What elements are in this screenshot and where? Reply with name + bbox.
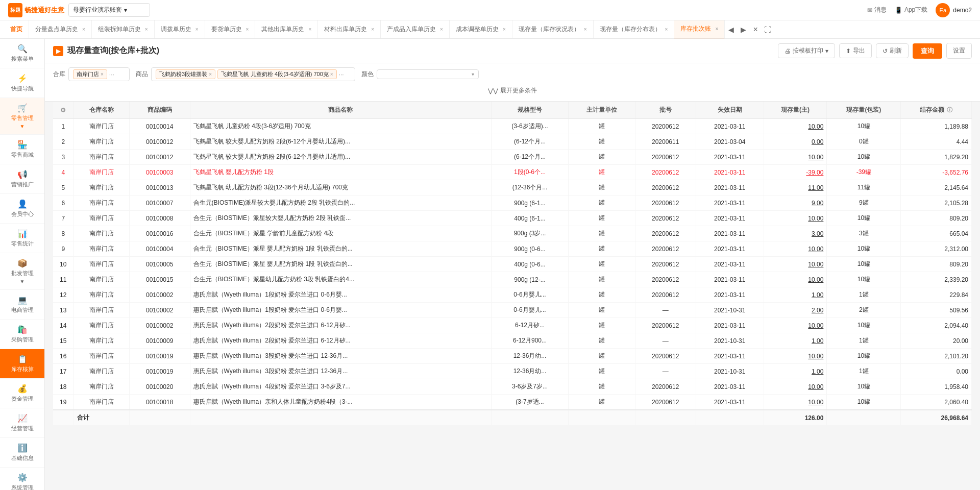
tab-close-icon[interactable]: × — [440, 27, 443, 32]
sidebar-item-inventory[interactable]: 📋 库存核算 — [0, 349, 44, 379]
amount-info-icon[interactable]: ⓘ — [947, 107, 952, 113]
finance-icon: 💰 — [17, 384, 28, 394]
expand-btn[interactable]: ⋁⋁ 展开更多条件 — [488, 86, 537, 95]
avatar[interactable]: Ea — [936, 3, 950, 17]
refresh-btn[interactable]: ↺ 刷新 — [876, 43, 909, 58]
export-btn[interactable]: ⬆ 导出 — [839, 43, 872, 58]
tab-close-icon[interactable]: × — [82, 27, 85, 32]
row-qty[interactable]: 10.00 — [764, 241, 827, 257]
color-dropdown-icon[interactable]: ▾ — [472, 71, 474, 77]
warehouse-selector[interactable]: 母婴行业演示账套 ▾ — [68, 3, 150, 17]
row-qty[interactable]: 1.00 — [764, 287, 827, 303]
warehouse-tag-group[interactable]: 南岸门店 × ··· — [68, 67, 130, 81]
sidebar-item-basic[interactable]: ℹ️ 基础信息 — [0, 438, 44, 468]
row-qty[interactable]: 10.00 — [764, 150, 827, 165]
top-bar: 标题 畅捷通好生意 母婴行业演示账套 ▾ ✉ 消息 📱 App下载 Ea dem… — [0, 0, 980, 20]
row-expire: 2021-03-11 — [696, 241, 764, 257]
remove-warehouse-tag[interactable]: × — [101, 71, 104, 77]
app-download-btn[interactable]: 📱 App下载 — [895, 6, 927, 14]
color-filter-input[interactable]: ▾ — [377, 69, 479, 79]
row-qty[interactable]: 1.00 — [764, 364, 827, 379]
tab-chanpin[interactable]: 产成品入库单历史 × — [381, 20, 450, 39]
tab-yaohuo[interactable]: 要货单历史 × — [205, 20, 256, 39]
tab-max-btn[interactable]: ⛶ — [762, 20, 774, 39]
row-qty[interactable]: 10.00 — [764, 257, 827, 272]
settings-btn[interactable]: 设置 — [946, 43, 972, 59]
expand-sidebar-btn[interactable]: ▶ — [53, 46, 63, 56]
tab-close-all-btn[interactable]: × — [749, 20, 762, 39]
remove-goods-tag-2[interactable]: × — [330, 71, 333, 77]
row-qty[interactable]: 10.00 — [764, 379, 827, 395]
sidebar-item-ecommerce[interactable]: 💻 电商管理 — [0, 290, 44, 320]
tab-close-icon[interactable]: × — [145, 27, 148, 32]
row-name: 惠氏启賦（Wyeth illuma）2段奶粉 爱尔兰进口 6-12月矽... — [190, 318, 491, 333]
row-qty[interactable]: 10.00 — [764, 119, 827, 134]
row-code: 00100013 — [129, 180, 190, 195]
sidebar-item-marketing[interactable]: 📢 营销推广 — [0, 164, 44, 194]
tab-close-icon[interactable]: × — [665, 27, 668, 32]
wholesale-icon: 📦 — [17, 258, 28, 268]
remove-goods-tag-1[interactable]: × — [209, 71, 212, 77]
tab-close-icon[interactable]: × — [584, 27, 587, 32]
row-qty[interactable]: 3.00 — [764, 226, 827, 241]
row-unit: 罐 — [569, 226, 635, 241]
tab-close-icon[interactable]: × — [503, 27, 506, 32]
print-btn[interactable]: 🖨 按模板打印 ▾ — [778, 43, 835, 58]
tab-close-icon[interactable]: × — [715, 26, 718, 32]
sidebar-item-operations[interactable]: 📈 经营管理 — [0, 408, 44, 438]
goods-tag-group[interactable]: 飞鹤奶粉3段罐摆装 × 飞鹤星飞帆 儿童奶粉 4段(3-6岁适用) 700克 ×… — [151, 67, 355, 81]
row-qty[interactable]: 10.00 — [764, 395, 827, 410]
row-qty[interactable]: 11.00 — [764, 180, 827, 195]
row-batch: 20200612 — [635, 318, 696, 333]
tab-home[interactable]: 首页 — [4, 20, 29, 39]
sidebar-item-search[interactable]: 🔍 搜索菜单 — [0, 39, 44, 68]
sidebar-item-shop[interactable]: 🏪 零售商城 — [0, 135, 44, 164]
sidebar-item-member[interactable]: 👤 会员中心 — [0, 194, 44, 224]
row-qty[interactable]: 10.00 — [764, 318, 827, 333]
tab-xiancun2[interactable]: 现存量（库存分布表） × — [594, 20, 675, 39]
row-name: 惠氏启賦（Wyeth illuma）4段奶粉 爱尔兰进口 3-6岁及7... — [190, 379, 491, 395]
sidebar-item-purchase[interactable]: 🛍️ 采购管理 — [0, 320, 44, 349]
tab-qitachu[interactable]: 其他出库单历史 × — [255, 20, 318, 39]
row-qty[interactable]: 10.00 — [764, 211, 827, 226]
sidebar-item-stats[interactable]: 📊 零售统计 — [0, 224, 44, 253]
tab-diaob[interactable]: 调拨单历史 × — [155, 20, 205, 39]
row-code: 00100020 — [129, 379, 190, 395]
row-amount: 2,339.20 — [901, 272, 972, 287]
sidebar-item-wholesale[interactable]: 📦 批发管理 ▼ — [0, 253, 44, 290]
sidebar-item-system[interactable]: ⚙️ 系统管理 — [0, 468, 44, 490]
tab-fenliang[interactable]: 分量盘点单历史 × — [29, 20, 92, 39]
tab-close-icon[interactable]: × — [308, 27, 311, 32]
ecommerce-icon: 💻 — [17, 295, 28, 305]
sidebar-item-finance[interactable]: 💰 资金管理 — [0, 379, 44, 408]
warehouse-ellipsis[interactable]: ··· — [109, 71, 114, 78]
tab-cailiao[interactable]: 材料出库单历史 × — [318, 20, 381, 39]
tab-next-btn[interactable]: ▶ — [737, 20, 749, 39]
row-qty[interactable]: -39.00 — [764, 165, 827, 180]
table-row: 1南岸门店00100014飞鹤星飞帆 儿童奶粉 4段(3-6岁适用) 700克(… — [53, 119, 972, 134]
row-qty[interactable]: 1.00 — [764, 333, 827, 349]
tab-kucun[interactable]: 库存批次账 × — [674, 20, 725, 39]
row-qty[interactable]: 10.00 — [764, 272, 827, 287]
tab-chengben[interactable]: 成本调整单历史 × — [450, 20, 512, 39]
table-settings-icon[interactable]: ⚙ — [60, 107, 66, 114]
sidebar-item-retail[interactable]: 🛒 零售管理 ▼ — [0, 98, 44, 135]
row-spec: 6-12月矽... — [491, 318, 568, 333]
tab-close-icon[interactable]: × — [246, 27, 249, 32]
tab-close-icon[interactable]: × — [195, 27, 199, 32]
row-unit: 罐 — [569, 165, 635, 180]
tab-zuzhuang[interactable]: 组装拆卸单历史 × — [92, 20, 155, 39]
messages-btn[interactable]: ✉ 消息 — [867, 6, 887, 14]
row-qty[interactable]: 9.00 — [764, 195, 827, 211]
query-btn[interactable]: 查询 — [913, 43, 942, 59]
row-qty[interactable]: 10.00 — [764, 349, 827, 364]
row-qty[interactable]: 2.00 — [764, 303, 827, 318]
tab-xiancun1[interactable]: 现存量（库存状况表） × — [512, 20, 594, 39]
sidebar-item-nav[interactable]: ⚡ 快捷导航 — [0, 68, 44, 98]
expand-icon: ⋁⋁ — [488, 87, 498, 94]
header-left: ▶ 现存量查询(按仓库+批次) — [53, 45, 159, 56]
row-qty[interactable]: 0.00 — [764, 134, 827, 150]
tab-prev-btn[interactable]: ◀ — [725, 20, 737, 39]
tab-close-icon[interactable]: × — [371, 27, 374, 32]
goods-ellipsis[interactable]: ··· — [339, 71, 344, 78]
